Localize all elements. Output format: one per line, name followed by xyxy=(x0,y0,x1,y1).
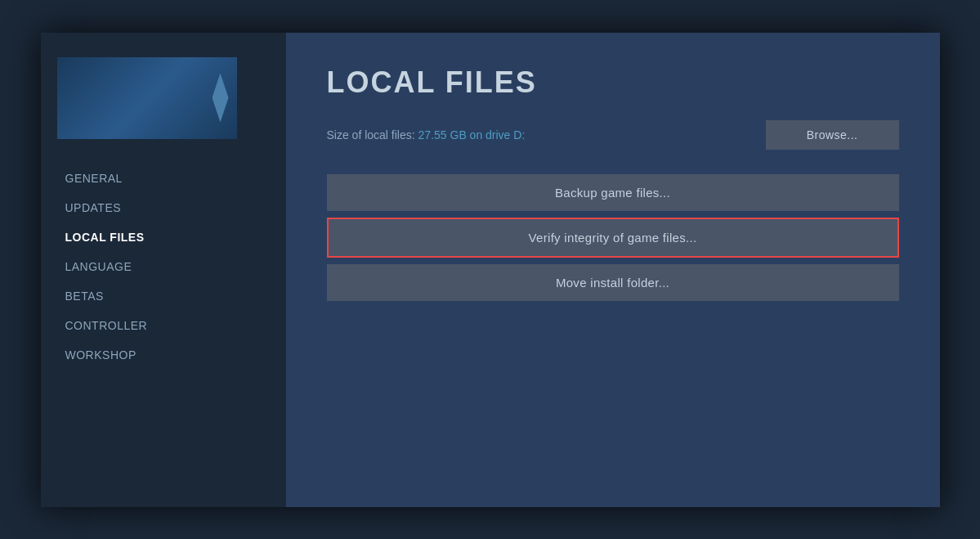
sidebar-item-general[interactable]: GENERAL xyxy=(41,164,286,193)
sidebar-item-betas[interactable]: BETAS xyxy=(41,281,286,311)
browse-button[interactable]: Browse... xyxy=(766,120,899,150)
sidebar-item-updates[interactable]: UPDATES xyxy=(41,193,286,222)
sidebar-item-controller[interactable]: CONTROLLER xyxy=(41,311,286,340)
sidebar-item-local-files[interactable]: LOCAL FILES xyxy=(41,222,286,252)
steam-properties-dialog: ✕ GENERAL UPDATES LOCAL FILES LANGUAGE B… xyxy=(41,33,940,507)
file-size-row: Size of local files: 27.55 GB on drive D… xyxy=(327,120,899,150)
page-title: LOCAL FILES xyxy=(327,65,899,100)
sidebar-item-language[interactable]: LANGUAGE xyxy=(41,252,286,281)
sidebar-item-workshop[interactable]: WORKSHOP xyxy=(41,340,286,370)
verify-integrity-button[interactable]: Verify integrity of game files... xyxy=(327,218,899,258)
move-install-button[interactable]: Move install folder... xyxy=(327,264,899,301)
file-size-text: Size of local files: 27.55 GB on drive D… xyxy=(327,128,526,141)
sidebar: GENERAL UPDATES LOCAL FILES LANGUAGE BET… xyxy=(41,33,286,507)
main-content: LOCAL FILES Size of local files: 27.55 G… xyxy=(286,33,940,507)
backup-button[interactable]: Backup game files... xyxy=(327,174,899,211)
file-size-value: 27.55 GB on drive D: xyxy=(418,128,526,141)
action-buttons: Backup game files... Verify integrity of… xyxy=(327,174,899,301)
game-thumbnail xyxy=(57,57,237,139)
dialog-inner: GENERAL UPDATES LOCAL FILES LANGUAGE BET… xyxy=(41,33,940,507)
file-size-label: Size of local files: xyxy=(327,128,418,141)
